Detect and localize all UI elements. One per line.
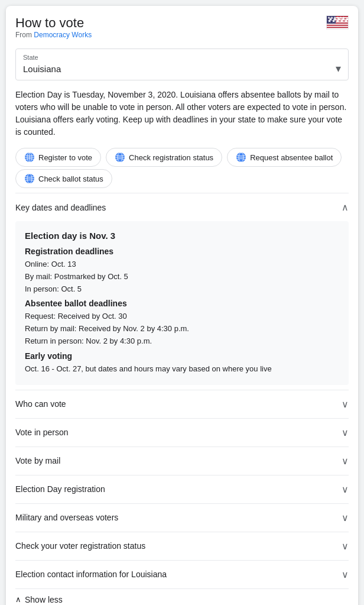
election-contact-chevron-icon: ∨ — [342, 569, 349, 580]
check-voter-reg-section[interactable]: Check your voter registration status ∨ — [15, 532, 349, 560]
svg-rect-6 — [327, 28, 349, 29]
election-day-title: Election day is Nov. 3 — [25, 231, 339, 241]
globe-icon-4 — [24, 173, 35, 184]
check-ballot-button[interactable]: Check ballot status — [15, 169, 112, 188]
register-button-label: Register to vote — [38, 153, 92, 162]
early-voting-text: Oct. 16 - Oct. 27, but dates and hours m… — [25, 363, 339, 376]
globe-icon-3 — [236, 152, 246, 163]
early-voting-block: Early voting Oct. 16 - Oct. 27, but date… — [25, 351, 339, 376]
absentee-deadlines-text: Request: Received by Oct. 30 Return by m… — [25, 310, 339, 347]
key-dates-section-header[interactable]: Key dates and deadlines ∧ — [15, 193, 349, 221]
chevron-down-icon: ▾ — [336, 62, 341, 75]
source-link[interactable]: Democracy Works — [34, 31, 92, 39]
check-registration-button[interactable]: Check registration status — [106, 148, 222, 167]
page-title: How to vote — [15, 15, 92, 31]
vote-by-mail-label: Vote by mail — [15, 456, 60, 465]
title-block: How to vote From Democracy Works — [15, 15, 92, 46]
election-contact-section[interactable]: Election contact information for Louisia… — [15, 560, 349, 588]
state-value-row: Louisiana ▾ — [23, 62, 341, 75]
vote-by-mail-section[interactable]: Vote by mail ∨ — [15, 447, 349, 475]
election-day-reg-label: Election Day registration — [15, 484, 105, 494]
check-voter-reg-label: Check your voter registration status — [15, 541, 145, 551]
us-flag-icon: ★★★★★★ ★★★★★ ★★★★★★ — [326, 15, 349, 30]
state-value-text: Louisiana — [23, 64, 61, 74]
check-registration-label: Check registration status — [129, 153, 213, 162]
military-overseas-label: Military and overseas voters — [15, 513, 118, 522]
request-absentee-label: Request absentee ballot — [250, 153, 333, 162]
show-less-label: Show less — [25, 595, 63, 604]
vote-in-person-chevron-icon: ∨ — [342, 427, 349, 438]
registration-deadlines-title: Registration deadlines — [25, 247, 339, 256]
military-overseas-section[interactable]: Military and overseas voters ∨ — [15, 503, 349, 532]
vote-by-mail-chevron-icon: ∨ — [342, 455, 349, 467]
show-less-chevron-up-icon: ∧ — [15, 595, 21, 604]
election-day-reg-chevron-icon: ∨ — [342, 484, 349, 495]
key-dates-chevron-up-icon: ∧ — [342, 202, 349, 213]
who-can-vote-chevron-icon: ∨ — [342, 399, 349, 410]
show-less-button[interactable]: ∧ Show less — [15, 588, 349, 605]
check-voter-reg-chevron-icon: ∨ — [342, 541, 349, 552]
main-card: How to vote From Democracy Works ★★★★★★ … — [6, 6, 358, 605]
absentee-deadlines-block: Absentee ballot deadlines Request: Recei… — [25, 299, 339, 347]
globe-icon — [24, 152, 35, 163]
svg-rect-5 — [327, 26, 349, 27]
early-voting-title: Early voting — [25, 351, 339, 361]
who-can-vote-label: Who can vote — [15, 399, 66, 409]
vote-in-person-label: Vote in person — [15, 428, 69, 437]
registration-deadlines-text: Online: Oct. 13 By mail: Postmarked by O… — [25, 258, 339, 295]
svg-rect-4 — [327, 24, 349, 25]
absentee-deadlines-title: Absentee ballot deadlines — [25, 299, 339, 308]
key-dates-box: Election day is Nov. 3 Registration dead… — [15, 221, 349, 385]
state-label: State — [23, 54, 341, 61]
request-absentee-button[interactable]: Request absentee ballot — [227, 148, 342, 167]
action-buttons-row: Register to vote Check registration stat… — [15, 148, 349, 167]
source-text: From Democracy Works — [15, 31, 92, 39]
globe-icon-2 — [115, 152, 125, 163]
election-contact-label: Election contact information for Louisia… — [15, 570, 167, 579]
military-overseas-chevron-icon: ∨ — [342, 512, 349, 523]
election-day-reg-section[interactable]: Election Day registration ∨ — [15, 475, 349, 503]
key-dates-title: Key dates and deadlines — [15, 203, 106, 212]
header: How to vote From Democracy Works ★★★★★★ … — [15, 15, 349, 46]
svg-text:★★★★★★: ★★★★★★ — [327, 16, 345, 20]
action-buttons-row-2: Check ballot status — [15, 169, 349, 188]
description-text: Election Day is Tuesday, November 3, 202… — [15, 89, 349, 138]
state-selector[interactable]: State Louisiana ▾ — [15, 48, 349, 80]
check-ballot-label: Check ballot status — [38, 174, 103, 183]
registration-deadlines-block: Registration deadlines Online: Oct. 13 B… — [25, 247, 339, 295]
register-to-vote-button[interactable]: Register to vote — [15, 148, 101, 167]
vote-in-person-section[interactable]: Vote in person ∨ — [15, 418, 349, 447]
who-can-vote-section[interactable]: Who can vote ∨ — [15, 390, 349, 418]
